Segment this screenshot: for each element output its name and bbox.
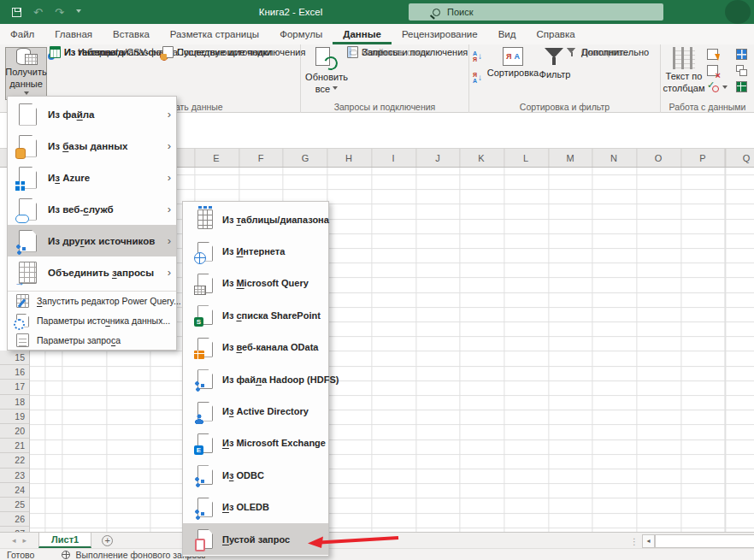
menu-item[interactable]: Из Интернета xyxy=(183,235,328,267)
sharepoint-list-icon xyxy=(197,305,213,325)
menu-item[interactable]: Из Active Directory xyxy=(183,395,328,427)
ribbon-small-button[interactable]: Изменить связи xyxy=(347,44,431,60)
column-header[interactable]: K xyxy=(472,149,491,168)
ribbon-tab[interactable]: Справка xyxy=(527,24,586,44)
customize-qat-icon[interactable] xyxy=(76,9,81,15)
ready-status: Готово xyxy=(7,550,34,560)
edit-links-icon xyxy=(347,46,358,58)
power-query-editor-icon xyxy=(16,294,29,308)
sort-ascending-button[interactable]: АЯ↓ xyxy=(473,49,482,63)
column-header[interactable]: P xyxy=(693,149,712,168)
menu-item[interactable]: Из Microsoft Exchange xyxy=(183,427,328,459)
menu-item[interactable]: Из ODBC xyxy=(183,459,328,491)
text-to-columns-button[interactable]: Текст по столбцам xyxy=(663,47,705,100)
undo-icon[interactable]: ↶ xyxy=(33,7,43,18)
ribbon-tab[interactable]: Данные xyxy=(333,24,392,44)
ribbon-tab[interactable]: Формулы xyxy=(269,24,333,44)
new-sheet-icon[interactable]: + xyxy=(102,535,113,546)
active-directory-icon xyxy=(197,402,213,421)
next-sheet-icon[interactable]: ▸ xyxy=(23,536,27,545)
row-header[interactable]: 17 xyxy=(0,380,29,394)
account-avatar[interactable] xyxy=(725,0,751,24)
row-header[interactable]: 23 xyxy=(0,469,29,483)
ribbon-tab[interactable]: Разметка страницы xyxy=(160,24,269,44)
redo-icon[interactable]: ↷ xyxy=(55,7,64,18)
menu-item[interactable]: Из файла Hadoop (HDFS) xyxy=(183,363,328,395)
column-header[interactable]: L xyxy=(516,149,535,168)
relationships-icon[interactable] xyxy=(736,65,747,76)
scrollbar-thumb[interactable] xyxy=(655,534,754,548)
background-query-globe-icon xyxy=(62,551,70,559)
data-validation-icon[interactable] xyxy=(707,81,718,92)
menu-item[interactable]: Запустить редактор Power Query... › xyxy=(8,291,176,310)
column-header[interactable]: Q xyxy=(737,149,754,168)
row-header[interactable]: 19 xyxy=(0,410,29,424)
ribbon-small-button[interactable]: Дополнительно xyxy=(567,44,649,60)
quick-access-toolbar: ↶ ↷ xyxy=(12,7,81,18)
menu-item[interactable]: Из списка SharePoint xyxy=(183,299,328,331)
row-header[interactable]: 25 xyxy=(0,498,29,512)
sheet-tab[interactable]: Лист1 xyxy=(38,533,91,548)
scroll-left-icon[interactable]: ◂ xyxy=(642,534,655,548)
menu-item[interactable]: Из веб-канала OData xyxy=(183,332,328,363)
menu-item[interactable]: Из веб-служб › xyxy=(8,193,176,225)
submenu-chevron-icon: › xyxy=(168,108,171,121)
column-header[interactable]: I xyxy=(384,149,403,168)
column-header[interactable]: N xyxy=(604,149,623,168)
get-data-button[interactable]: Получить данные xyxy=(5,47,47,100)
prev-sheet-icon[interactable]: ◂ xyxy=(12,536,16,545)
column-header[interactable]: M xyxy=(561,149,580,168)
from-web-services-icon xyxy=(19,198,37,221)
menu-item[interactable]: Из файла › xyxy=(8,98,176,130)
sort-descending-button[interactable]: ЯА↓ xyxy=(473,70,482,85)
column-header[interactable]: E xyxy=(207,149,226,168)
menu-item[interactable]: Из таблицы/диапазона xyxy=(183,203,328,235)
ribbon-tab[interactable]: Главная xyxy=(44,24,103,44)
flash-fill-icon[interactable] xyxy=(707,49,718,60)
ribbon-small-button[interactable]: Из таблицы/диапазона xyxy=(50,44,164,60)
save-icon[interactable] xyxy=(12,8,21,17)
row-header[interactable]: 15 xyxy=(0,351,29,365)
row-header[interactable]: 18 xyxy=(0,395,29,410)
row-header[interactable]: 21 xyxy=(0,439,29,453)
consolidate-icon[interactable] xyxy=(736,49,747,60)
from-azure-icon xyxy=(19,167,37,189)
ribbon-tab[interactable]: Файл xyxy=(0,24,44,44)
menu-item[interactable]: Из Microsoft Query xyxy=(183,268,328,299)
data-validation-dropdown-icon[interactable] xyxy=(722,85,727,91)
menu-item[interactable]: Из базы данных › xyxy=(8,130,176,162)
ribbon-tab[interactable]: Вставка xyxy=(103,24,160,44)
remove-duplicates-icon[interactable] xyxy=(707,65,718,76)
query-options-icon xyxy=(16,333,29,347)
menu-item[interactable]: Из Azure › xyxy=(8,162,176,193)
menu-item[interactable]: Из других источников › xyxy=(8,225,176,256)
row-header[interactable]: 26 xyxy=(0,512,29,527)
group-queries-connections: Обновить все Запросы и подключения Свойс… xyxy=(301,44,469,113)
column-header[interactable]: H xyxy=(339,149,358,168)
menu-item[interactable]: Объединить запросы › xyxy=(8,256,176,288)
ribbon-tab[interactable]: Рецензирование xyxy=(392,24,488,44)
submenu-chevron-icon: › xyxy=(168,203,171,215)
search-box[interactable]: Поиск xyxy=(409,3,663,21)
menu-item[interactable]: Параметры запроса › xyxy=(8,330,176,350)
refresh-all-button[interactable]: Обновить все xyxy=(306,47,347,100)
ribbon-small-button[interactable]: Существующие подключения xyxy=(162,44,305,60)
row-header[interactable]: 16 xyxy=(0,365,29,380)
column-header[interactable]: F xyxy=(251,149,270,168)
scrollbar-splitter-icon[interactable]: ⋮ xyxy=(630,537,639,546)
ribbon-tab[interactable]: Вид xyxy=(488,24,527,44)
row-header[interactable]: 20 xyxy=(0,424,29,439)
text-to-columns-icon xyxy=(673,47,695,69)
microsoft-exchange-icon xyxy=(197,433,213,453)
red-arrow-annotation xyxy=(306,532,404,551)
row-header[interactable]: 22 xyxy=(0,453,29,468)
row-header[interactable]: 24 xyxy=(0,483,29,498)
menu-item[interactable]: Параметры источника данных... › xyxy=(8,310,176,330)
menu-item[interactable]: Из OLEDB xyxy=(183,492,328,523)
sort-button[interactable]: ЯА Сортировка xyxy=(490,47,536,100)
column-header[interactable]: O xyxy=(649,149,668,168)
submenu-chevron-icon: › xyxy=(168,266,171,279)
column-header[interactable]: G xyxy=(296,149,315,168)
manage-data-model-icon[interactable] xyxy=(736,81,747,92)
column-header[interactable]: J xyxy=(428,149,447,168)
